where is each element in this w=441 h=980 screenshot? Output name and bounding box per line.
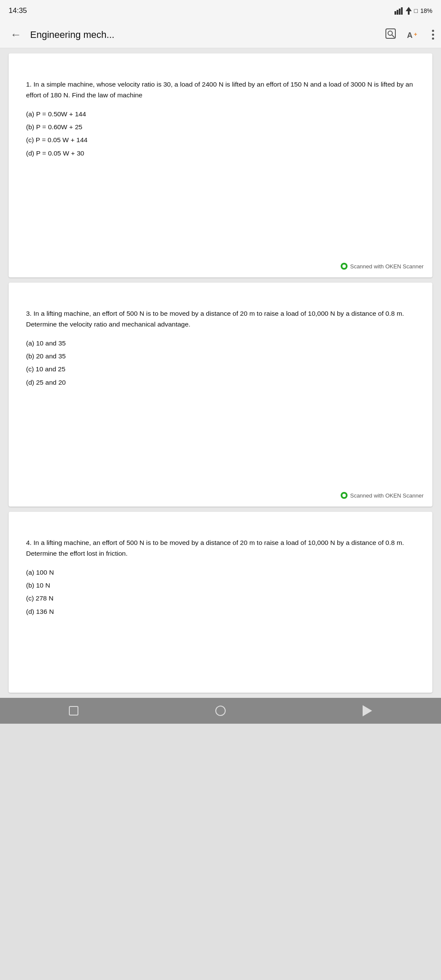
square-icon <box>69 706 78 716</box>
question-4-text: 4. In a lifting machine, an effort of 50… <box>26 538 415 559</box>
question-3-text: 3. In a lifting machine, an effort of 50… <box>26 308 415 330</box>
oken-label-3: Scanned with OKEN Scanner <box>350 492 424 499</box>
status-icons: □ 18% <box>394 7 433 15</box>
question-4-option-d: (d) 136 N <box>26 606 415 617</box>
oken-logo-1 <box>341 263 348 270</box>
app-bar-title: Engineering mech... <box>30 29 380 40</box>
question-3-option-d: (d) 25 and 20 <box>26 377 415 388</box>
battery-percent: 18% <box>420 7 432 14</box>
question-3-option-b: (b) 20 and 35 <box>26 351 415 362</box>
aplus-icon: A + <box>407 29 422 40</box>
svg-line-8 <box>392 35 394 37</box>
question-3-option-a: (a) 10 and 35 <box>26 338 415 349</box>
question-1-text: 1. In a simple machine, whose velocity r… <box>26 79 415 101</box>
svg-text:+: + <box>414 31 417 37</box>
font-size-button[interactable]: A + <box>407 29 422 40</box>
bottom-nav <box>0 698 441 724</box>
svg-rect-0 <box>394 11 396 15</box>
back-button[interactable]: ← <box>7 26 25 43</box>
dot-2 <box>432 34 434 36</box>
upload-icon <box>406 7 412 15</box>
svg-marker-4 <box>406 7 412 11</box>
svg-text:A: A <box>407 31 413 40</box>
status-bar: 14:35 □ 18% <box>0 0 441 22</box>
question-1-option-b: (b) P = 0.60W + 25 <box>26 121 415 133</box>
page-card-3: 3. In a lifting machine, an effort of 50… <box>9 283 432 507</box>
question-4-option-b: (b) 10 N <box>26 580 415 591</box>
content-area: 1. In a simple machine, whose velocity r… <box>0 48 441 698</box>
oken-badge-1: Scanned with OKEN Scanner <box>341 263 424 270</box>
svg-point-7 <box>388 31 392 35</box>
overflow-menu-button[interactable] <box>432 30 434 40</box>
search-button[interactable] <box>385 28 397 41</box>
question-4-option-a: (a) 100 N <box>26 567 415 578</box>
app-bar-actions: A + <box>385 28 434 41</box>
oken-label-1: Scanned with OKEN Scanner <box>350 263 424 270</box>
oken-logo-3 <box>341 492 348 499</box>
question-4-option-c: (c) 278 N <box>26 593 415 604</box>
back-nav-button[interactable] <box>361 704 374 717</box>
svg-rect-3 <box>401 7 403 15</box>
svg-rect-2 <box>399 9 401 15</box>
search-icon <box>385 28 397 40</box>
oken-badge-3: Scanned with OKEN Scanner <box>341 492 424 499</box>
signal-icon <box>394 7 403 15</box>
svg-rect-1 <box>397 10 398 15</box>
question-1-option-d: (d) P = 0.05 W + 30 <box>26 148 415 159</box>
question-1-option-a: (a) P = 0.50W + 144 <box>26 109 415 120</box>
battery-indicator: □ <box>414 7 418 14</box>
dot-3 <box>432 37 434 40</box>
home-button[interactable] <box>214 704 227 717</box>
question-3-option-c: (c) 10 and 25 <box>26 364 415 375</box>
page-card-1: 1. In a simple machine, whose velocity r… <box>9 53 432 277</box>
dot-1 <box>432 30 434 32</box>
question-1-option-c: (c) P = 0.05 W + 144 <box>26 134 415 146</box>
status-time: 14:35 <box>9 6 27 15</box>
app-bar: ← Engineering mech... A + <box>0 22 441 48</box>
page-card-4: 4. In a lifting machine, an effort of 50… <box>9 512 432 693</box>
svg-rect-5 <box>408 11 410 15</box>
recent-apps-button[interactable] <box>67 704 80 717</box>
triangle-icon <box>363 705 372 716</box>
circle-icon <box>215 706 226 716</box>
